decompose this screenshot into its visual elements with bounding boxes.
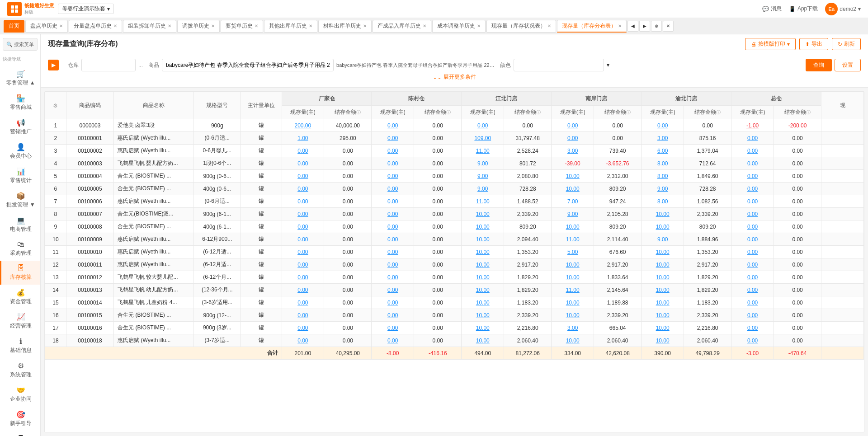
code-cell: 00100018 [66, 334, 113, 347]
t-stock-cell: 0.00 [731, 170, 774, 183]
na-stock-cell: 11.00 [552, 284, 594, 296]
page-title: 现存量查询(库存分布) [48, 39, 118, 49]
sidebar-item-retail-stats[interactable]: 📊 零售统计 [0, 164, 40, 188]
search-button[interactable]: 🔍 搜索英单 [3, 38, 38, 51]
sidebar-item-basics[interactable]: ℹ 基础信息 [0, 333, 40, 358]
sidebar-item-members[interactable]: 👤 会员中心 [0, 139, 40, 164]
yb-amount-cell: 1,884.96 [684, 233, 731, 246]
tab-assembly[interactable]: 组装拆卸单历史 ✕ [123, 20, 176, 33]
f-stock-cell: 0.00 [282, 246, 324, 258]
unit-cell: 罐 [241, 296, 282, 309]
s-amount-cell: 0.00 [414, 284, 462, 296]
jb-stock-cell: 10.00 [462, 322, 504, 334]
na-stock-cell: -39.00 [552, 157, 594, 170]
sidebar-item-shop[interactable]: 🏪 零售商城 [0, 90, 40, 115]
user-menu[interactable]: Ea demo2 ▾ [825, 3, 861, 15]
summary-na-stock: 334.00 [552, 347, 594, 360]
tab-close-icon[interactable]: ✕ [59, 23, 63, 28]
f-amount-cell: 0.00 [324, 284, 372, 296]
sidebar-item-purchase[interactable]: 🛍 采购管理 [0, 237, 40, 261]
extra-cell [821, 309, 864, 322]
tab-more-button[interactable]: ⊕ [651, 21, 662, 32]
na-stock-cell: 3.00 [552, 322, 594, 334]
unit-cell: 罐 [241, 220, 282, 233]
tab-close-icon[interactable]: ✕ [309, 23, 312, 28]
tab-home[interactable]: 首页 [4, 20, 24, 33]
sidebar-item-finance[interactable]: 💰 资金管理 [0, 285, 40, 309]
query-button[interactable]: 查询 [806, 59, 832, 71]
tab-close-icon[interactable]: ✕ [423, 23, 426, 28]
sidebar-item-operations[interactable]: 📈 经营管理 [0, 309, 40, 333]
sidebar-item-guide[interactable]: 🎯 新手引导 [0, 407, 40, 431]
summary-s-stock: -8.00 [372, 347, 414, 360]
tab-close-all-button[interactable]: ✕ [663, 21, 674, 32]
sidebar-item-wholesale[interactable]: 📦 批发管理 ▼ [0, 188, 40, 212]
export-button[interactable]: ⬆ 导出 [799, 38, 828, 50]
na-stock-cell: 9.00 [552, 208, 594, 220]
table-row: 3 00100002 惠氏启赋 (Wyeth illu... 0-6月婴儿...… [45, 145, 864, 157]
table-row: 10 00100009 惠氏启赋 (Wyeth illu... 6-12月900… [45, 233, 864, 246]
refresh-button[interactable]: ↻ 刷新 [832, 38, 861, 50]
color-input[interactable] [514, 59, 604, 71]
code-cell: 00100003 [66, 157, 113, 170]
sidebar-item-retail[interactable]: 🛒 零售管理 ▲ [0, 66, 40, 90]
name-cell: 合生元 (BIOSTIME) ... [114, 309, 193, 322]
tab-inventory-check[interactable]: 盘点单历史 ✕ [25, 20, 68, 33]
extra-cell [821, 195, 864, 208]
t-amount-cell: 0.00 [774, 246, 821, 258]
yb-stock-cell: 10.00 [642, 309, 684, 322]
tab-next-button[interactable]: ▶ [639, 21, 650, 32]
tab-stock-distribution[interactable]: 现存量（库存分布表） ✕ [557, 20, 627, 33]
table-row: 7 00100006 惠氏启赋 (Wyeth illu... (0-6月适...… [45, 195, 864, 208]
product-input[interactable] [162, 59, 334, 71]
table-row: 4 00100003 飞鹤星飞帆 婴儿配方奶... 1段(0-6个... 罐 0… [45, 157, 864, 170]
table-container[interactable]: ⚙ 商品编码 商品名称 规格型号 主计量单位 厂家仓 陈村仓 江北门店 南岸门店… [44, 91, 864, 432]
s-amount-cell: 0.00 [414, 208, 462, 220]
th-t-amount: 结存金额ⓘ [774, 106, 821, 119]
tab-close-icon[interactable]: ✕ [363, 23, 367, 28]
industry-selector[interactable]: 母婴行业演示陈套 ▾ [58, 4, 114, 14]
t-amount-cell: 0.00 [774, 170, 821, 183]
sidebar-item-marketing[interactable]: 📢 营销推广 [0, 115, 40, 139]
tab-stock-status[interactable]: 现存量（库存状况表） ✕ [486, 20, 556, 33]
na-amount-cell: 2,145.64 [594, 284, 642, 296]
setting-button[interactable]: 设置 [835, 59, 861, 71]
spec-cell: 1段(0-6个... [193, 157, 241, 170]
tab-material-out[interactable]: 材料出库单历史 ✕ [318, 20, 372, 33]
product-value: babycare孕妇待产包 春季入院全套母子组合孕妇产后冬季月子用品 22件套 … [336, 62, 495, 69]
settings-icon[interactable]: ⚙ [53, 103, 58, 109]
tab-close-icon[interactable]: ✕ [618, 23, 622, 28]
sidebar-item-ecommerce[interactable]: 💻 电商管理 [0, 212, 40, 237]
tab-close-icon[interactable]: ✕ [113, 23, 117, 28]
tab-transfer[interactable]: 调拨单历史 ✕ [177, 20, 220, 33]
print-button[interactable]: 🖨 按模版打印 ▾ [745, 38, 796, 50]
code-cell: 00100001 [66, 132, 113, 145]
message-button[interactable]: 💬 消息 [762, 5, 782, 13]
tab-other-out[interactable]: 其他出库单历史 ✕ [264, 20, 317, 33]
seq-cell: 8 [45, 208, 66, 220]
tab-requisition[interactable]: 要货单历史 ✕ [221, 20, 263, 33]
tab-close-icon[interactable]: ✕ [477, 23, 481, 28]
app-download-button[interactable]: 📱 App下载 [789, 5, 818, 13]
tab-prev-button[interactable]: ◀ [627, 21, 638, 32]
warehouse-input[interactable] [81, 59, 136, 71]
sidebar-item-collab[interactable]: 🤝 企业协同 [0, 382, 40, 407]
tab-partial-check[interactable]: 分量盘点单历史 ✕ [69, 20, 122, 33]
expand-button[interactable]: ⌄⌄ 展开更多条件 [433, 73, 476, 81]
yb-amount-cell: 712.64 [684, 157, 731, 170]
tab-close-icon[interactable]: ✕ [211, 23, 215, 28]
sidebar-item-system[interactable]: ⚙ 系统管理 [0, 358, 40, 382]
tab-close-icon[interactable]: ✕ [255, 23, 258, 28]
jb-amount-cell: 0.00 [504, 119, 552, 132]
code-cell: 00100014 [66, 296, 113, 309]
table-row: 15 00100014 飞鹤星飞帆 儿童奶粉 4... (3-6岁适用... 罐… [45, 296, 864, 309]
tab-finished-in[interactable]: 产成品入库单历史 ✕ [373, 20, 431, 33]
sidebar-item-inventory[interactable]: 🗄 库存核算 [0, 261, 40, 285]
sidebar-item-apps[interactable]: 📱 应用中心 [0, 431, 40, 436]
tab-cost-adjust[interactable]: 成本调整单历史 ✕ [432, 20, 486, 33]
filter-expand-btn[interactable]: ▶ [48, 60, 59, 70]
tab-close-icon[interactable]: ✕ [547, 23, 551, 28]
name-cell: 飞鹤星飞帆 幼儿配方奶... [114, 284, 193, 296]
tab-close-icon[interactable]: ✕ [168, 23, 171, 28]
sidebar-nav: 🛒 零售管理 ▲ 🏪 零售商城 📢 营销推广 👤 会员中心 📊 零售统计 [0, 64, 40, 436]
